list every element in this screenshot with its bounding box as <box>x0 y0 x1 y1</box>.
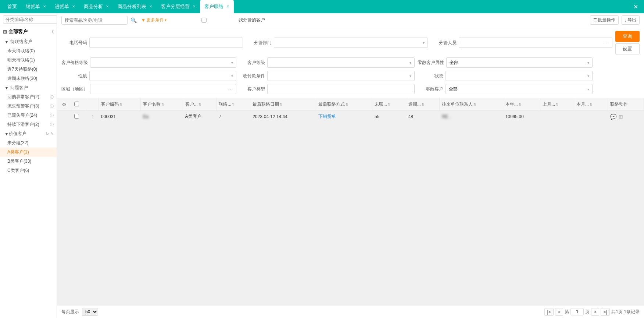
grid-icon: ⊞ <box>3 29 7 35</box>
filter-phone: 电话号码 <box>61 38 243 48</box>
th-this-year[interactable]: 本年...⇅ <box>503 98 540 111</box>
th-not-contact[interactable]: 未联...⇅ <box>372 98 406 111</box>
sidebar-item-abnormal[interactable]: 回购异常客户(2) ⓘ <box>0 92 57 102</box>
region-select[interactable]: ··· <box>90 84 236 94</box>
refresh-icon[interactable]: ↻ <box>46 131 49 136</box>
customer-level-select[interactable]: ▾ <box>267 57 414 68</box>
first-page-button[interactable]: |< <box>544 308 554 316</box>
th-last-month[interactable]: 上月...⇅ <box>540 98 574 111</box>
sidebar-item-class-a[interactable]: A类客户(1) <box>0 148 57 157</box>
home-nav-item[interactable]: 首页 <box>3 3 21 10</box>
department-select[interactable]: ▾ <box>274 38 427 48</box>
row-check[interactable] <box>74 114 79 119</box>
sidebar-item-class-b[interactable]: B类客户(33) <box>0 157 57 166</box>
sort-notcontact-icon: ⇅ <box>388 103 391 106</box>
tab-product-analysis-list[interactable]: 商品分析列表 ✕ <box>113 0 157 13</box>
close-tab-customer-segment[interactable]: ✕ <box>193 0 196 13</box>
next-page-button[interactable]: > <box>591 308 599 316</box>
th-company-contact[interactable]: 往来单位联系人⇅ <box>440 98 503 111</box>
row-this-year: 10995.00 <box>503 111 540 123</box>
sidebar-item-warning[interactable]: 流失预警客户(3) ⓘ <box>0 102 57 111</box>
th-contact[interactable]: 联络...⇅ <box>217 98 250 111</box>
close-tab-product-analysis-list[interactable]: ✕ <box>149 0 152 13</box>
collapse-icon[interactable]: 《 <box>50 29 54 35</box>
sidebar-search-input[interactable] <box>3 15 57 24</box>
table-row: 1 000031 Ea A类客户 7 2023-04-12 14:44: 下销货… <box>57 111 644 123</box>
problem-customers-group[interactable]: ▼ 问题客户 <box>0 83 57 92</box>
sort-type-icon: ⇅ <box>198 103 201 106</box>
close-tab-sales-order[interactable]: ✕ <box>43 0 46 13</box>
th-last-contact-date[interactable]: 最后联络日期⇅ <box>250 98 316 111</box>
row-last-contact-method[interactable]: 下销货单 <box>316 111 372 123</box>
tab-customer-segment[interactable]: 客户分层经营 ✕ <box>157 0 200 13</box>
retail-attr-select[interactable]: 全部▾ <box>446 57 593 68</box>
prev-page-button[interactable]: < <box>555 308 563 316</box>
link-icon[interactable]: ⊞ <box>619 114 623 120</box>
page-navigation: |< < 第 页 > >| 共1页 1条记录 <box>544 308 640 316</box>
dept-chevron-icon: ▾ <box>423 41 425 45</box>
row-checkbox <box>72 111 87 123</box>
sidebar-item-tomorrow[interactable]: 明天待联络(1) <box>0 56 57 65</box>
pending-contact-group[interactable]: ▼ 待联络客户 <box>0 37 57 46</box>
select-all-checkbox[interactable] <box>74 102 79 106</box>
query-button[interactable]: 查询 <box>615 31 640 42</box>
close-tab-purchase-order[interactable]: ✕ <box>72 0 75 13</box>
total-info: 共1页 1条记录 <box>611 309 640 315</box>
per-page-select[interactable]: 50 <box>82 308 98 316</box>
th-this-month[interactable]: 本月...⇅ <box>574 98 608 111</box>
setting-button[interactable]: 设置 <box>615 43 640 54</box>
payment-terms-select[interactable]: ▾ <box>267 71 414 81</box>
sidebar-item-7days[interactable]: 近7天待联络(0) <box>0 65 57 74</box>
chevron-down-icon: ▾ <box>165 18 167 22</box>
filter-row-3: 性质 ▾ 收付款条件 ▾ 状态 ▾ <box>61 71 640 81</box>
search-input[interactable] <box>61 16 128 25</box>
info-icon-warning: ⓘ <box>50 104 54 109</box>
column-settings-icon[interactable]: ⚙ <box>62 102 67 107</box>
bulk-icon: ☰ <box>593 18 597 22</box>
filter-region: 区域（地区） ··· <box>61 84 236 94</box>
app-close-button[interactable]: ✕ <box>630 3 641 10</box>
last-page-button[interactable]: >| <box>601 308 610 316</box>
sidebar-item-unclassified[interactable]: 未分组(32) <box>0 138 57 148</box>
close-tab-product-analysis[interactable]: ✕ <box>106 0 109 13</box>
tab-sales-order[interactable]: 销货单 ✕ <box>21 0 50 13</box>
page-number-input[interactable] <box>570 308 584 315</box>
th-last-contact-method[interactable]: 最后联络方式⇅ <box>316 98 372 111</box>
sidebar: 🔍 ⊞ 全部客户 《 ▼ 待联络客户 今天待联络(0) 明天待联络(1) 近7天… <box>0 13 57 318</box>
th-code[interactable]: 客户编码⇅ <box>99 98 141 111</box>
th-overdue[interactable]: 逾期...⇅ <box>406 98 440 111</box>
staff-select[interactable]: ··· <box>459 38 612 48</box>
sidebar-item-class-c[interactable]: C类客户(6) <box>0 166 57 175</box>
chat-icon[interactable]: 💬 <box>610 114 616 120</box>
sidebar-item-overdue[interactable]: 逾期未联络(30) <box>0 74 57 83</box>
tab-customer-contact[interactable]: 客户联络 ✕ <box>200 0 234 13</box>
customer-type-input[interactable] <box>267 84 414 94</box>
close-tab-customer-contact[interactable]: ✕ <box>226 0 229 13</box>
tab-purchase-order[interactable]: 进货单 ✕ <box>50 0 79 13</box>
status-select[interactable]: ▾ <box>446 71 593 81</box>
my-customers-checkbox[interactable]: 我分管的客户 <box>171 17 265 23</box>
clevel-chevron-icon: ▾ <box>409 61 411 65</box>
export-button[interactable]: ↓ 导出 <box>622 15 640 25</box>
more-conditions-button[interactable]: ▼ 更多条件 ▾ <box>140 17 168 23</box>
sidebar-item-lost[interactable]: 已流失客户(24) ⓘ <box>0 111 57 120</box>
content-area: 🔍 ▼ 更多条件 ▾ 我分管的客户 ☰ 批量操作 ↓ 导出 <box>57 13 644 318</box>
all-customers-header[interactable]: ⊞ 全部客户 《 <box>0 26 57 37</box>
info-icon-lost: ⓘ <box>50 113 54 118</box>
phone-input[interactable] <box>89 38 243 48</box>
th-type[interactable]: 客户...⇅ <box>183 98 217 111</box>
nature-select[interactable]: ▾ <box>89 71 236 81</box>
filter-customer-type: 客户类型 <box>239 84 414 94</box>
tab-product-analysis[interactable]: 商品分析 ✕ <box>79 0 113 13</box>
edit-icon[interactable]: ✎ <box>50 131 54 136</box>
sidebar-item-declining[interactable]: 持续下滑客户(2) ⓘ <box>0 120 57 129</box>
sidebar-item-today[interactable]: 今天待联络(0) <box>0 46 57 56</box>
price-level-select[interactable]: ▾ <box>90 57 236 68</box>
retail-customer-select[interactable]: 全部▾ <box>446 84 593 94</box>
search-button[interactable]: 🔍 <box>130 17 137 23</box>
value-customers-group[interactable]: ▼ 价值客户 ↻ ✎ <box>0 129 57 138</box>
my-customers-check[interactable] <box>171 18 237 22</box>
table-scroll-wrapper[interactable]: ⚙ 客户编码⇅ 客户名称⇅ 客户...⇅ <box>57 98 644 305</box>
bulk-action-button[interactable]: ☰ 批量操作 <box>590 15 619 25</box>
th-name[interactable]: 客户名称⇅ <box>141 98 183 111</box>
